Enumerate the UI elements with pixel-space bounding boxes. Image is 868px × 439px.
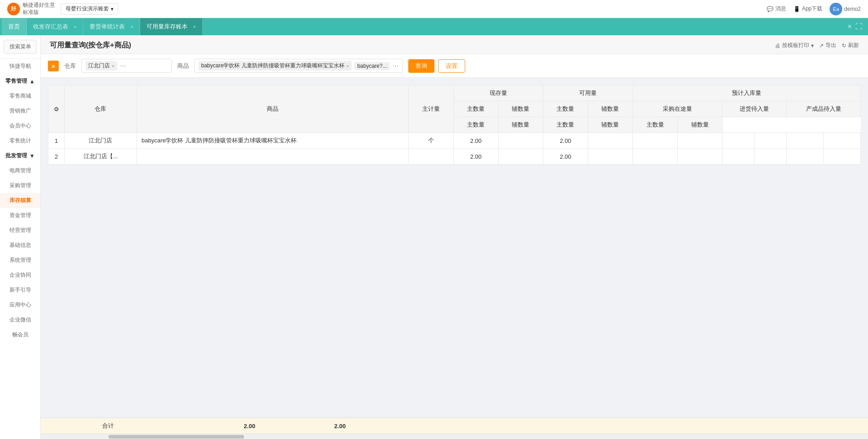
tab-order-stats[interactable]: 要货单统计表 × [83, 18, 140, 35]
cell-purchase-pending-main [722, 149, 755, 165]
sidebar-item-retail-stats-label: 零售统计 [9, 137, 31, 144]
page-actions: 🖨 按模板打印 ▾ ↗ 导出 ↻ 刷新 [775, 42, 859, 49]
sidebar-item-member[interactable]: 畅会员 [0, 327, 40, 342]
table-row: 1 江北门店 babycare学饮杯 儿童防摔防撞吸管杯重力球吸嘴杯宝宝水杯 个… [48, 133, 861, 149]
sidebar-item-enterprise-collab[interactable]: 企业协同 [0, 268, 40, 283]
horizontal-scrollbar[interactable] [41, 434, 868, 439]
sidebar-item-marketing-label: 营销推广 [9, 108, 31, 114]
phone-icon: 📱 [793, 6, 800, 12]
logo-line2: 标准版 [23, 9, 55, 16]
warehouse-input[interactable]: 江北门店 × ··· [81, 59, 172, 73]
th-warehouse: 仓库 [65, 85, 137, 133]
message-action[interactable]: 💬 消息 [767, 5, 786, 13]
sidebar-item-quick-nav[interactable]: 快捷导航 [0, 59, 40, 74]
chevron-down-icon2: ▾ [811, 42, 814, 49]
user-profile[interactable]: Ea demo2 [830, 3, 861, 15]
refresh-btn[interactable]: ↻ 刷新 [842, 42, 859, 49]
sidebar-item-inventory-check-label: 库存核算 [9, 197, 31, 203]
cell-product: babycare学饮杯 儿童防摔防撞吸管杯重力球吸嘴杯宝宝水杯 [137, 133, 409, 149]
export-btn[interactable]: ↗ 导出 [819, 42, 836, 49]
print-icon: 🖨 [775, 42, 780, 49]
th-purchase-pending: 进货待入量 [722, 101, 787, 117]
tab-fullscreen[interactable]: ⛶ [855, 23, 863, 31]
message-label: 消息 [775, 5, 786, 13]
sidebar-item-basic-info-label: 基础信息 [9, 242, 31, 248]
sidebar-item-retail-mgmt[interactable]: 零售管理 ▲ [0, 74, 40, 89]
query-button[interactable]: 查询 [408, 59, 434, 73]
sidebar-item-member-center-label: 会员中心 [9, 123, 31, 129]
tab-bar: 首页 收发存汇总表 × 要货单统计表 × 可用量库存账本 × × ⛶ [0, 18, 868, 35]
settings-button[interactable]: 设置 [438, 59, 465, 73]
sidebar-item-purchase-mgmt[interactable]: 采购管理 [0, 178, 40, 193]
cell-current-main: 2.00 [453, 149, 498, 165]
sidebar-item-new-guide[interactable]: 新手引导 [0, 283, 40, 297]
table-container: ⚙ 仓库 商品 主计量 现存量 可用量 预计入库量 主数量 辅数量 主数量 辅数… [41, 78, 868, 417]
sidebar-item-member-center[interactable]: 会员中心 [0, 118, 40, 133]
cell-production-pending-aux [824, 149, 861, 165]
page-header: 可用量查询(按仓库+商品) 🖨 按模板打印 ▾ ↗ 导出 ↻ 刷新 [41, 35, 868, 54]
sidebar-item-operations-mgmt[interactable]: 经营管理 [0, 223, 40, 238]
industry-label: 母婴行业演示账套 [66, 5, 109, 13]
product-tag1-close[interactable]: × [346, 63, 349, 69]
table-footer: 合计 2.00 2.00 [41, 417, 868, 434]
footer-label: 合计 [48, 422, 114, 430]
industry-selector[interactable]: 母婴行业演示账套 ▾ [61, 3, 118, 14]
template-print-btn[interactable]: 🖨 按模板打印 ▾ [775, 42, 814, 49]
product-tag1-value: babycare学饮杯 儿童防摔防撞吸管杯重力球吸嘴杯宝宝水杯 [201, 62, 344, 70]
sidebar-item-enterprise-wechat[interactable]: 企业微信 [0, 312, 40, 327]
tab-available-stock-close[interactable]: × [193, 24, 196, 29]
cell-main-unit [409, 149, 453, 165]
app-download-action[interactable]: 📱 App下载 [793, 5, 822, 13]
sidebar-item-finance-mgmt[interactable]: 资金管理 [0, 208, 40, 223]
sidebar-item-retail-mall[interactable]: 零售商城 [0, 89, 40, 104]
th-settings[interactable]: ⚙ [48, 85, 65, 133]
sidebar-item-ecommerce-mgmt-label: 电商管理 [9, 167, 31, 174]
data-table: ⚙ 仓库 商品 主计量 现存量 可用量 预计入库量 主数量 辅数量 主数量 辅数… [48, 85, 861, 165]
tab-bar-right: × ⛶ [842, 18, 868, 35]
chevron-down-icon: ▾ [111, 6, 113, 12]
sidebar-item-app-center[interactable]: 应用中心 [0, 297, 40, 312]
footer-values: 2.00 2.00 [114, 423, 363, 430]
th-production-pending: 产成品待入量 [787, 101, 861, 117]
product-more-dots[interactable]: ··· [392, 62, 398, 70]
tab-order-stats-close[interactable]: × [130, 24, 133, 29]
sidebar-item-system-mgmt[interactable]: 系统管理 [0, 253, 40, 268]
cell-current-aux [498, 133, 543, 149]
sidebar-item-purchase-mgmt-label: 采购管理 [9, 182, 31, 189]
cell-main-unit: 个 [409, 133, 453, 149]
cell-current-aux [498, 149, 543, 165]
sidebar-item-basic-info[interactable]: 基础信息 [0, 238, 40, 253]
cell-purchase-transit-aux [678, 133, 722, 149]
tab-receive-send-close[interactable]: × [74, 24, 76, 29]
filter-toggle-btn[interactable]: » [48, 61, 59, 71]
warehouse-tag-close[interactable]: × [112, 63, 114, 69]
sidebar-item-retail-mall-label: 零售商城 [9, 93, 31, 99]
logo-icon: 好 [7, 3, 20, 15]
tab-receive-send[interactable]: 收发存汇总表 × [27, 18, 83, 35]
tab-home[interactable]: 首页 [2, 18, 27, 35]
cell-available-main: 2.00 [543, 149, 588, 165]
th-current-stock: 现存量 [453, 85, 543, 101]
cell-product [137, 149, 409, 165]
cell-purchase-pending-main [722, 133, 755, 149]
product-input[interactable]: babycare学饮杯 儿童防摔防撞吸管杯重力球吸嘴杯宝宝水杯 × babyca… [194, 59, 403, 73]
cell-warehouse: 江北门店 [65, 133, 137, 149]
scroll-thumb[interactable] [108, 435, 244, 439]
sidebar-item-wholesale-mgmt[interactable]: 批发管理 ▼ [0, 148, 40, 163]
sidebar-item-marketing[interactable]: 营销推广 [0, 104, 40, 118]
table-row: 2 江北门店【... 2.00 2.00 [48, 149, 861, 165]
sidebar-item-retail-stats[interactable]: 零售统计 [0, 133, 40, 148]
top-bar: 好 畅捷通好生意 标准版 母婴行业演示账套 ▾ 💬 消息 📱 App下载 Ea … [0, 0, 868, 18]
cell-production-pending-main [787, 149, 824, 165]
sidebar-item-new-guide-label: 新手引导 [9, 287, 31, 293]
th-purchase-transit-main: 主数量 [453, 117, 498, 133]
tab-available-stock[interactable]: 可用量库存账本 × [140, 18, 203, 35]
search-menu-button[interactable]: 搜索菜单 [4, 40, 37, 54]
tab-window-close[interactable]: × [848, 23, 852, 31]
cell-index: 1 [48, 133, 65, 149]
cell-purchase-transit-main [633, 133, 678, 149]
warehouse-more-dots[interactable]: ··· [120, 62, 126, 70]
sidebar-item-inventory-check[interactable]: 库存核算 [0, 193, 40, 208]
logo-text: 畅捷通好生意 标准版 [23, 2, 55, 16]
sidebar-item-ecommerce-mgmt[interactable]: 电商管理 [0, 163, 40, 178]
